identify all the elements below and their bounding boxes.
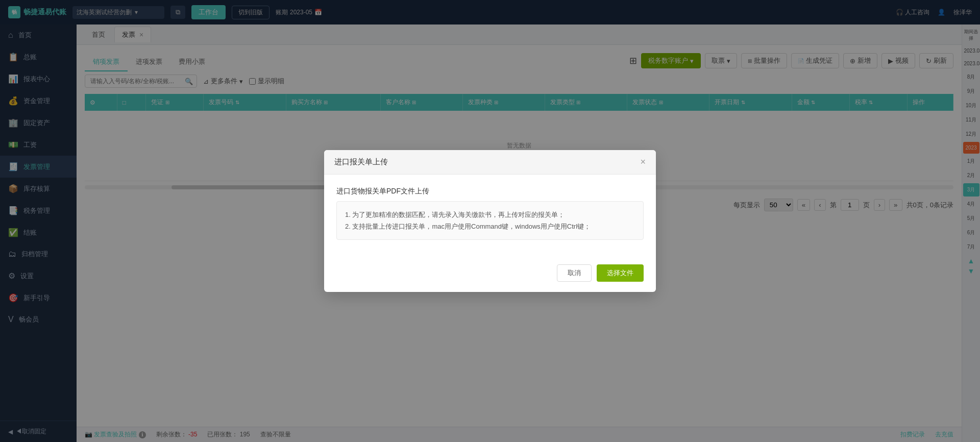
modal-body: 进口货物报关单PDF文件上传 1. 为了更加精准的数据匹配，请先录入海关缴款书，… (324, 175, 656, 259)
modal-cancel-button[interactable]: 取消 (557, 264, 592, 282)
modal-overlay[interactable]: 进口报关单上传 × 进口货物报关单PDF文件上传 1. 为了更加精准的数据匹配，… (0, 0, 980, 442)
import-modal: 进口报关单上传 × 进口货物报关单PDF文件上传 1. 为了更加精准的数据匹配，… (324, 150, 656, 292)
modal-section-title: 进口货物报关单PDF文件上传 (336, 187, 644, 196)
modal-info-2: 2. 支持批量上传进口报关单，mac用户使用Command键，windows用户… (345, 220, 635, 232)
modal-info-1: 1. 为了更加精准的数据匹配，请先录入海关缴款书，再上传对应的报关单； (345, 209, 635, 220)
modal-select-file-button[interactable]: 选择文件 (597, 264, 644, 282)
modal-title: 进口报关单上传 (334, 157, 388, 167)
modal-footer: 取消 选择文件 (324, 258, 656, 292)
modal-close-button[interactable]: × (640, 157, 646, 166)
modal-header: 进口报关单上传 × (324, 150, 656, 175)
modal-info-box: 1. 为了更加精准的数据匹配，请先录入海关缴款书，再上传对应的报关单； 2. 支… (336, 201, 644, 240)
